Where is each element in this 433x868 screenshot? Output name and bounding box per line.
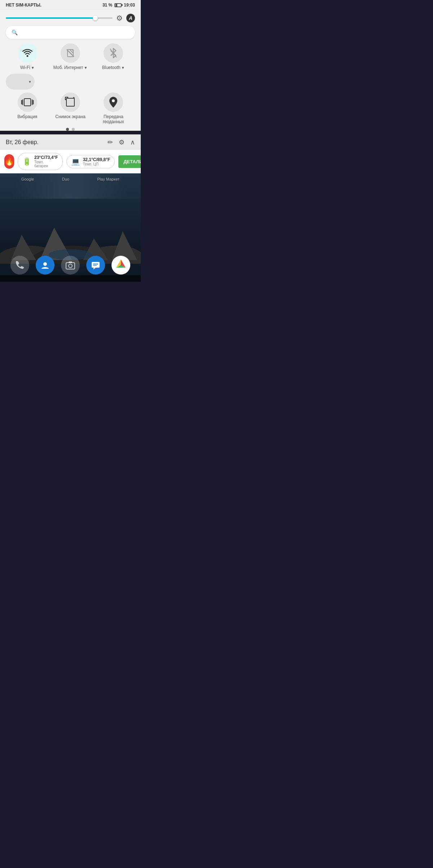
screenshot-icon bbox=[65, 97, 76, 108]
mobile-data-label-row: Моб. Интернет ▼ bbox=[53, 65, 88, 70]
wifi-label-row: Wi-Fi ▼ bbox=[20, 65, 35, 70]
home-screen: Google Duo Play Маркет bbox=[0, 173, 141, 282]
bluetooth-label-row: Bluetooth ▼ bbox=[102, 65, 125, 70]
location-tile[interactable]: Передача геоданных bbox=[93, 92, 133, 124]
svg-rect-25 bbox=[69, 262, 72, 263]
bluetooth-dropdown-icon: ▼ bbox=[121, 66, 125, 70]
details-button[interactable]: ДЕТАЛИ bbox=[118, 155, 141, 168]
brightness-thumb bbox=[93, 16, 98, 21]
battery-temp-val: 23°C/73,4°F bbox=[34, 155, 58, 160]
bluetooth-label: Bluetooth bbox=[102, 65, 121, 70]
svg-rect-11 bbox=[66, 98, 74, 106]
mobile-data-dropdown-icon: ▼ bbox=[84, 66, 87, 70]
cpu-temp-icon: 💻 bbox=[71, 157, 80, 166]
svg-rect-23 bbox=[66, 263, 75, 269]
duo-app-label: Duo bbox=[62, 177, 69, 181]
camera-dock-icon[interactable] bbox=[61, 256, 80, 275]
app-labels-row: Google Duo Play Маркет bbox=[0, 177, 141, 181]
vibration-label: Вибрация bbox=[17, 114, 37, 119]
date-text: Вт, 26 февр. bbox=[6, 139, 39, 146]
vibration-icon bbox=[21, 97, 34, 108]
battery-temp-icon: 🔋 bbox=[22, 157, 31, 166]
vibration-tile[interactable]: Вибрация bbox=[8, 92, 47, 119]
location-icon-wrap bbox=[104, 92, 123, 112]
svg-point-22 bbox=[43, 262, 47, 266]
fire-icon: 🔥 bbox=[4, 154, 14, 169]
screenshot-tile[interactable]: Снимок экрана bbox=[51, 92, 90, 119]
chrome-icon bbox=[115, 259, 127, 271]
location-label: Передача геоданных bbox=[93, 114, 133, 124]
dot-1 bbox=[66, 128, 69, 131]
screenshot-label: Снимок экрана bbox=[55, 114, 86, 119]
screenshot-icon-wrap bbox=[61, 92, 80, 112]
svg-rect-26 bbox=[92, 262, 100, 268]
tiles-row-1: Wi-Fi ▼ Моб. Интернет ▼ bbox=[6, 43, 135, 70]
tiles-row-2: Вибрация Снимок экрана Передача геода bbox=[6, 92, 135, 124]
messages-dock-icon[interactable] bbox=[86, 256, 105, 275]
battery-icon bbox=[114, 3, 122, 7]
status-bar: НЕТ SIM-КАРТЫ. 31 % 19:03 bbox=[0, 0, 141, 10]
dock bbox=[0, 256, 141, 275]
wifi-icon-wrap bbox=[18, 43, 37, 63]
svg-point-0 bbox=[26, 55, 28, 57]
recents-button[interactable]: □ bbox=[115, 280, 119, 282]
status-right: 31 % 19:03 bbox=[102, 3, 135, 8]
phone-dock-icon[interactable] bbox=[10, 256, 29, 275]
wifi-icon bbox=[22, 48, 33, 58]
google-app-label: Google bbox=[21, 177, 34, 181]
edit-icon[interactable]: ✏ bbox=[108, 138, 113, 146]
settings-icon[interactable]: ⚙ bbox=[119, 138, 124, 146]
temp-banner: 🔥 🔋 23°C/73,4°F Темп. батареи 💻 32,1°C/8… bbox=[0, 150, 141, 173]
nav-bar: ◁ ○ □ bbox=[0, 275, 141, 282]
svg-point-12 bbox=[112, 99, 115, 102]
brightness-row: ⚙ A bbox=[6, 14, 135, 22]
mobile-data-icon-wrap bbox=[61, 43, 80, 63]
svg-rect-6 bbox=[24, 99, 31, 106]
battery-temp-text-wrap: 23°C/73,4°F Темп. батареи bbox=[34, 155, 58, 168]
chrome-dock-icon[interactable] bbox=[111, 256, 130, 275]
battery-percent: 31 % bbox=[102, 3, 112, 8]
vibration-icon-wrap bbox=[18, 92, 37, 112]
mobile-data-tile[interactable]: Моб. Интернет ▼ bbox=[51, 43, 90, 70]
cpu-temp-item: 💻 32,1°C/89,8°F Темп. ЦП bbox=[66, 155, 115, 168]
cpu-temp-val: 32,1°C/89,8°F bbox=[83, 157, 110, 162]
search-bar[interactable]: 🔍 bbox=[6, 26, 135, 39]
mobile-data-label: Моб. Интернет bbox=[53, 65, 83, 70]
back-button[interactable]: ◁ bbox=[21, 280, 26, 282]
time-text: 19:03 bbox=[124, 3, 135, 8]
phone-icon bbox=[15, 260, 25, 270]
svg-marker-27 bbox=[93, 268, 96, 269]
no-sim-text: НЕТ SIM-КАРТЫ. bbox=[6, 3, 41, 8]
date-bar-icons: ✏ ⚙ ∧ bbox=[108, 138, 135, 146]
bluetooth-icon-wrap bbox=[104, 43, 123, 63]
quick-settings-panel: ⚙ A 🔍 Wi-Fi ▼ bbox=[0, 10, 141, 131]
battery-temp-item: 🔋 23°C/73,4°F Темп. батареи bbox=[18, 153, 63, 170]
battery-fill bbox=[115, 4, 117, 7]
bluetooth-icon bbox=[109, 48, 118, 59]
cpu-temp-text-wrap: 32,1°C/89,8°F Темп. ЦП bbox=[83, 157, 110, 166]
wallpaper-rocks bbox=[0, 199, 141, 264]
contacts-icon bbox=[40, 260, 50, 270]
wifi-label: Wi-Fi bbox=[20, 65, 30, 70]
no-sim-icon bbox=[65, 48, 75, 58]
cpu-temp-label: Темп. ЦП bbox=[83, 162, 110, 166]
wifi-dropdown-icon: ▼ bbox=[31, 66, 35, 70]
search-placeholder: 🔍 bbox=[12, 30, 18, 35]
camera-icon bbox=[65, 260, 75, 270]
date-bar: Вт, 26 февр. ✏ ⚙ ∧ bbox=[0, 134, 141, 150]
page-dots bbox=[6, 128, 135, 131]
dot-2 bbox=[72, 128, 75, 131]
messages-icon bbox=[91, 260, 101, 270]
play-market-app-label: Play Маркет bbox=[97, 177, 120, 181]
brightness-gear-icon[interactable]: ⚙ bbox=[116, 14, 123, 22]
expand-up-icon[interactable]: ∧ bbox=[130, 138, 135, 146]
contacts-dock-icon[interactable] bbox=[36, 256, 54, 275]
profile-icon-wrap[interactable]: ▼ bbox=[6, 74, 35, 90]
location-icon bbox=[109, 96, 118, 108]
bluetooth-tile[interactable]: Bluetooth ▼ bbox=[93, 43, 133, 70]
brightness-slider[interactable] bbox=[6, 17, 113, 19]
home-button[interactable]: ○ bbox=[69, 280, 73, 282]
wifi-tile[interactable]: Wi-Fi ▼ bbox=[8, 43, 47, 70]
battery-temp-label: Темп. батареи bbox=[34, 160, 58, 168]
brightness-auto-icon[interactable]: A bbox=[126, 14, 135, 22]
